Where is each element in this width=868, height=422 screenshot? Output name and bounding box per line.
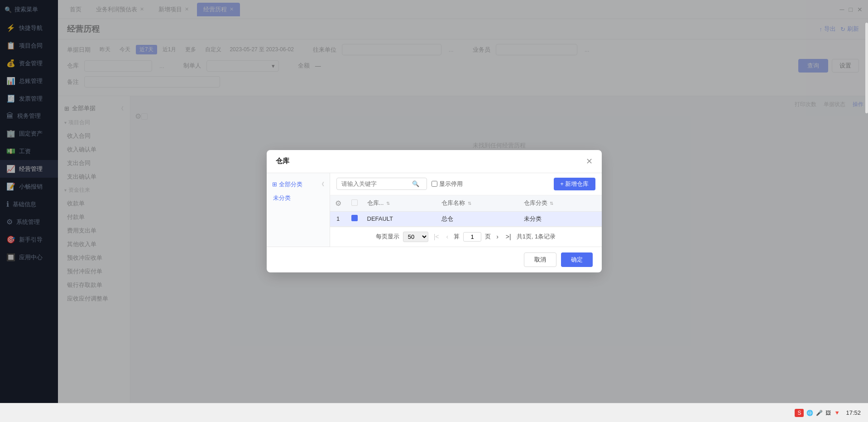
modal-search-input[interactable]	[341, 180, 409, 187]
modal-search-box[interactable]: 🔍	[336, 178, 427, 190]
col-settings-btn[interactable]: ⚙	[335, 199, 341, 208]
row-select-checkbox[interactable]	[351, 215, 358, 221]
taskbar-icon-3: 🖼	[825, 410, 831, 416]
row-category: 未分类	[519, 211, 602, 226]
taskbar-time: 17:52	[846, 409, 861, 416]
modal-close-button[interactable]: ✕	[586, 156, 593, 166]
taskbar-icon-4: 🔻	[834, 410, 840, 416]
taskbar-icon-2: 🎤	[816, 410, 823, 416]
row-checkbox[interactable]	[346, 211, 363, 226]
sort-category-icon[interactable]: ⇅	[550, 201, 553, 206]
sort-name-icon[interactable]: ⇅	[468, 201, 471, 206]
modal-page-input[interactable]	[463, 232, 481, 242]
modal-per-page-select[interactable]: 50 100	[403, 232, 428, 242]
modal-last-page-btn[interactable]: >|	[504, 233, 513, 240]
modal-prev-page-btn[interactable]: ‹	[444, 233, 450, 240]
modal-page-suffix: 页	[485, 233, 491, 241]
modal-all-categories[interactable]: ⊞ 全部分类 《	[267, 178, 330, 191]
col-checkbox	[346, 195, 363, 212]
modal-table: ⚙ 仓库... ⇅ 仓库名称	[330, 195, 602, 227]
grid-icon-modal: ⊞	[272, 181, 277, 188]
modal-body: ⊞ 全部分类 《 未分类 🔍	[267, 173, 602, 247]
taskbar-icons: S 🌐 🎤 🖼 🔻	[795, 409, 840, 417]
modal-first-page-btn[interactable]: |<	[432, 233, 441, 240]
col-settings: ⚙	[330, 195, 346, 212]
modal-footer: 取消 确定	[267, 247, 602, 272]
show-disabled-label[interactable]: 显示停用	[432, 180, 463, 188]
modal-right-panel: 🔍 显示停用 + 新增仓库 ⚙	[330, 173, 602, 247]
modal-title: 仓库	[276, 157, 289, 165]
modal-category-uncategorized[interactable]: 未分类	[267, 191, 330, 205]
table-row[interactable]: 1 DEFAULT 总仓 未分类	[330, 211, 602, 226]
modal-header: 仓库 ✕	[267, 150, 602, 173]
modal-toolbar: 🔍 显示停用 + 新增仓库	[330, 173, 602, 195]
taskbar-logo: S	[795, 409, 804, 417]
col-warehouse-name: 仓库名称 ⇅	[437, 195, 519, 212]
modal-left-panel: ⊞ 全部分类 《 未分类	[267, 173, 330, 247]
row-num: 1	[330, 211, 346, 226]
modal-total-label: 共1页, 1条记录	[517, 233, 556, 241]
col-warehouse-code: 仓库... ⇅	[363, 195, 437, 212]
modal-overlay: 仓库 ✕ ⊞ 全部分类 《 未分类	[0, 0, 868, 422]
taskbar: S 🌐 🎤 🖼 🔻 17:52	[0, 403, 868, 422]
modal-next-page-btn[interactable]: ›	[494, 233, 500, 240]
cancel-button[interactable]: 取消	[524, 252, 556, 267]
select-all-checkbox[interactable]	[351, 199, 358, 206]
show-disabled-checkbox[interactable]	[432, 181, 437, 187]
search-icon-modal: 🔍	[412, 180, 419, 187]
confirm-button[interactable]: 确定	[561, 252, 593, 267]
sort-code-icon[interactable]: ⇅	[386, 201, 390, 206]
row-code: DEFAULT	[363, 211, 437, 226]
modal-per-page-label: 每页显示	[376, 233, 399, 241]
add-warehouse-button[interactable]: + 新增仓库	[554, 178, 595, 190]
modal-page-label: 算	[454, 233, 460, 241]
modal-pagination: 每页显示 50 100 |< ‹ 算 页 › >| 共1页, 1条记录	[330, 227, 602, 247]
modal-collapse-icon[interactable]: 《	[319, 181, 324, 188]
row-name: 总仓	[437, 211, 519, 226]
taskbar-icon-1: 🌐	[806, 410, 813, 416]
warehouse-modal: 仓库 ✕ ⊞ 全部分类 《 未分类	[267, 150, 602, 272]
col-warehouse-category: 仓库分类 ⇅	[519, 195, 602, 212]
